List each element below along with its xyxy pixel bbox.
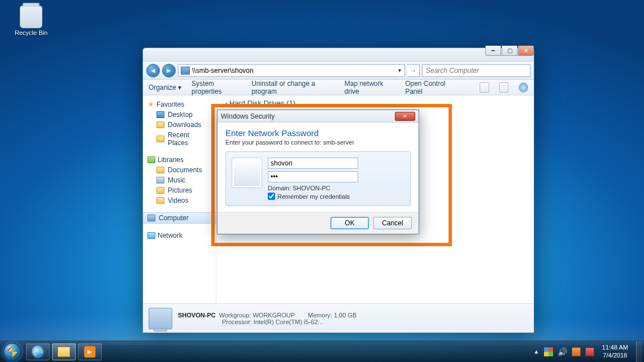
dialog-subtext: Enter your password to connect to: smb-s… [225,139,411,146]
close-button[interactable]: ✕ [518,46,534,56]
recycle-bin[interactable]: Recycle Bin [11,6,51,36]
details-computer-name: SHOVON-PC [178,312,216,319]
address-text: \\smb-server\shovon [192,67,254,75]
action-center-icon[interactable] [544,347,553,356]
folder-icon [156,121,164,128]
nav-documents[interactable]: Documents [143,165,216,175]
cancel-button[interactable]: Cancel [373,217,412,229]
nav-music[interactable]: Music [143,175,216,185]
remember-credentials-checkbox[interactable]: Remember my credentials [268,193,404,200]
nav-bar: ◄ ► \\smb-server\shovon ▼ → [143,62,534,80]
computer-large-icon [149,308,172,329]
recycle-bin-icon [20,6,42,28]
minimize-button[interactable]: ━ [485,46,501,56]
favorites-header[interactable]: ★Favorites [143,99,216,110]
view-options-button[interactable] [480,82,489,93]
maximize-button[interactable]: ▢ [502,46,517,56]
taskbar-explorer[interactable] [52,343,76,360]
domain-label: Domain: SHOVON-PC [268,185,404,191]
search-input[interactable] [422,64,530,77]
back-button[interactable]: ◄ [146,64,160,77]
dialog-titlebar[interactable]: Windows Security ✕ [217,110,419,123]
password-input[interactable] [268,171,358,182]
computer-icon [147,215,155,221]
windows-security-dialog: Windows Security ✕ Enter Network Passwor… [217,110,419,234]
dialog-close-button[interactable]: ✕ [395,112,415,121]
user-avatar-icon [232,158,262,188]
nav-desktop[interactable]: Desktop [143,110,216,120]
details-pane: SHOVON-PC Workgroup: WORKGROUP Memory: 1… [143,303,534,333]
taskbar-ie[interactable] [26,343,50,360]
nav-recent-places[interactable]: Recent Places [143,130,216,148]
map-network-drive-button[interactable]: Map network drive [345,80,395,95]
clock-date: 7/4/2018 [602,352,628,359]
videos-icon [156,197,164,204]
clock-time: 11:48 AM [602,344,628,351]
windows-orb-icon [3,343,21,361]
ok-button[interactable]: OK [330,217,369,229]
hard-disk-drives-header[interactable]: ◢Hard Disk Drives (1) [223,99,527,107]
tray-chevron-up-icon[interactable]: ▲ [534,348,539,355]
libraries-icon [147,156,155,163]
desktop-icon [156,111,164,118]
window-titlebar[interactable]: ━ ▢ ✕ [143,48,534,62]
go-refresh-button[interactable]: → [407,64,420,77]
open-control-panel-button[interactable]: Open Control Panel [405,80,459,95]
pictures-icon [156,187,164,194]
music-icon [156,177,164,184]
desktop: Recycle Bin ━ ▢ ✕ ◄ ► \\smb-server\shovo… [0,0,644,362]
computer-icon [181,67,190,75]
credential-tile: Domain: SHOVON-PC Remember my credential… [225,151,411,206]
taskbar: ▶ ▲ 🔊 11:48 AM 7/4/2018 [0,341,644,362]
system-tray: ▲ 🔊 11:48 AM 7/4/2018 [532,341,644,363]
forward-button[interactable]: ► [162,64,176,77]
nav-network[interactable]: Network [143,230,216,241]
navigation-pane: ★Favorites Desktop Downloads Recent Plac… [143,95,216,303]
tray-app-icon-2[interactable] [585,347,594,356]
address-dropdown-icon[interactable]: ▼ [397,68,402,73]
system-properties-button[interactable]: System properties [192,80,241,95]
show-desktop-button[interactable] [636,341,642,363]
tray-app-icon[interactable] [572,347,581,356]
taskbar-wmp[interactable]: ▶ [78,343,102,360]
command-bar: Organize ▾ System properties Uninstall o… [143,80,534,95]
address-bar[interactable]: \\smb-server\shovon ▼ [178,64,405,77]
organize-menu[interactable]: Organize ▾ [149,84,181,91]
nav-videos[interactable]: Videos [143,195,216,206]
ie-icon [32,346,44,358]
nav-downloads[interactable]: Downloads [143,120,216,130]
uninstall-program-button[interactable]: Uninstall or change a program [251,80,334,95]
help-button[interactable] [519,82,528,93]
star-icon: ★ [147,100,154,108]
taskbar-clock[interactable]: 11:48 AM 7/4/2018 [602,344,628,359]
documents-icon [156,167,164,173]
network-icon [147,232,155,239]
libraries-header[interactable]: Libraries [143,155,216,165]
nav-pictures[interactable]: Pictures [143,185,216,195]
dialog-heading: Enter Network Password [225,128,411,138]
recycle-bin-label: Recycle Bin [15,29,47,36]
username-input[interactable] [268,158,358,169]
explorer-icon [58,347,70,357]
nav-computer[interactable]: Computer [143,212,216,224]
start-button[interactable] [0,341,25,363]
folder-icon [156,136,164,142]
preview-pane-button[interactable] [499,82,509,93]
wmp-icon: ▶ [84,346,95,357]
remember-checkbox-input[interactable] [268,193,275,200]
dialog-title: Windows Security [221,112,275,120]
volume-icon[interactable]: 🔊 [558,347,567,356]
collapse-icon: ◢ [223,101,227,107]
